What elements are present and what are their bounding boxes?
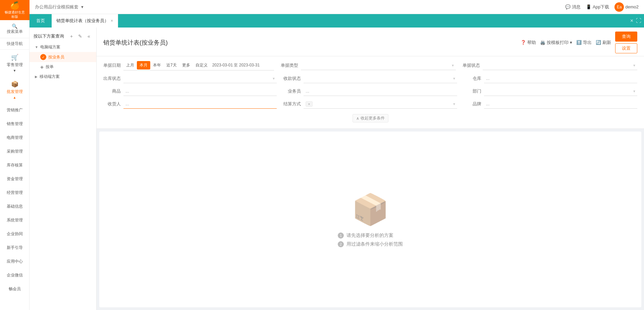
collapse-btn[interactable]: ∧ 收起更多条件 [353,114,388,122]
tab-home-label: 首页 [36,18,45,24]
data-area: 📦 1 请先选择要分析的方案 2 用过滤条件来缩小分析范围 [99,132,641,307]
sidebar-item-member[interactable]: 畅会员 [0,282,29,296]
app-logo[interactable]: 🍊 畅捷通好生意 标版 [0,0,30,20]
settlement-arrow: ▾ [453,102,455,106]
receiptstatus-control[interactable]: ▾ [304,74,457,83]
date-btn-thismonth[interactable]: 本月 [137,61,150,69]
docstatus-control[interactable]: ▾ [483,61,637,70]
window-max-btn[interactable]: ⛶ [636,18,641,24]
logo-icon: 🍊 [10,1,19,10]
left-panel-title: 按以下方案查询 [34,33,64,39]
tree-item-byorder[interactable]: ◈ 按单 [30,62,96,72]
ecommerce-label: 电商管理 [7,135,23,141]
app-download-btn[interactable]: 📱 App下载 [586,4,609,10]
sidebar-item-marketing[interactable]: 营销推广 [0,103,29,117]
consignee-control[interactable]: ... [123,99,277,109]
brand-placeholder: ... [486,101,635,106]
main-area: 办公用品行业模拟账套 ▾ 💬 消息 📱 App下载 Ea demo2 首页 销货… [30,0,644,310]
goods-control[interactable]: ... [123,87,277,96]
retail-label: 零售管理 [7,62,23,68]
quick-nav[interactable]: 快捷导航 [0,38,29,50]
edit-icon: ✎ [78,34,82,39]
selected-icon: ✓ [40,54,46,60]
tab-close-icon[interactable]: × [111,18,113,23]
window-close-btn[interactable]: × [630,18,633,24]
tree-item-desktop[interactable]: ▼ 电脑端方案 [30,42,96,52]
date-btn-custom[interactable]: 自定义 [193,61,210,69]
salesperson-placeholder: ... [306,89,455,94]
message-label: 消息 [572,4,581,10]
outstatus-control[interactable]: ▾ [123,74,277,83]
right-panel: 销货单统计表(按业务员) ❓ 帮助 🖨️ 按模板打印 ▾ ⬆️ 导出 [97,28,644,310]
tree-item-salesperson[interactable]: ✓ 按业务员 [30,52,96,62]
edit-scheme-btn[interactable]: ✎ [77,33,84,40]
marketing-label: 营销推广 [7,107,23,113]
add-scheme-btn[interactable]: + [68,33,75,40]
tab-sales-stat-label: 销货单统计表（按业务员） [56,18,109,24]
date-filter-control[interactable]: 上月 本月 本年 近7天 更多 自定义 2023-03-01 至 2023-03… [123,60,274,70]
page-title: 销货单统计表(按业务员) [103,39,168,47]
date-label: 单据日期 [103,62,123,68]
salesperson-control[interactable]: ... [304,87,457,96]
export-label: 导出 [583,40,592,46]
goods-placeholder: ... [125,89,275,94]
user-menu[interactable]: Ea demo2 [614,2,639,12]
dropdown-arrow-icon: ▾ [81,4,84,9]
warehouse-placeholder: ... [486,76,635,81]
settlement-control[interactable]: × ▾ [304,99,457,109]
sidebar: 🍊 畅捷通好生意 标版 🔍 搜索菜单 快捷导航 🛒 零售管理 ▼ 📦 批发管理 … [0,0,30,310]
department-control[interactable]: ▾ [484,87,637,96]
add-icon: + [70,34,73,39]
empty-steps: 1 请先选择要分析的方案 2 用过滤条件来缩小分析范围 [338,232,403,247]
sidebar-item-purchase[interactable]: 采购管理 [0,145,29,158]
sidebar-item-retail[interactable]: 🛒 零售管理 ▼ [0,50,29,76]
sidebar-item-newuser[interactable]: 新手引导 [0,241,29,255]
sidebar-item-enterprise[interactable]: 企业协同 [0,227,29,241]
sidebar-item-appcenter[interactable]: 应用中心 [0,255,29,268]
refresh-label: 刷新 [602,40,611,46]
left-panel-header: 按以下方案查询 + ✎ « [30,30,96,42]
date-btn-lastmonth[interactable]: 上月 [123,61,137,69]
help-btn[interactable]: ❓ 帮助 [521,40,536,46]
sidebar-item-basic[interactable]: 基础信息 [0,200,29,213]
message-btn[interactable]: 💬 消息 [565,4,581,10]
collapse-panel-btn[interactable]: « [86,33,92,40]
step1-text: 请先选择要分析的方案 [346,232,393,239]
doctype-control[interactable]: ▾ [301,61,455,70]
sidebar-item-operations[interactable]: 经营管理 [0,186,29,200]
warehouse-control[interactable]: ... [484,74,637,83]
print-btn[interactable]: 🖨️ 按模板打印 ▾ [540,40,572,46]
app-download-label: App下载 [593,4,609,10]
brand-control[interactable]: ... [484,99,637,109]
refresh-btn[interactable]: 🔄 刷新 [596,40,611,46]
sidebar-item-system[interactable]: 系统管理 [0,213,29,227]
receiptstatus-arrow: ▾ [453,76,455,81]
message-icon: 💬 [565,4,571,9]
query-button[interactable]: 查询 [615,32,637,42]
sidebar-item-inventory[interactable]: 库存核算 [0,158,29,172]
settlement-tag-close[interactable]: × [308,102,310,106]
export-btn[interactable]: ⬆️ 导出 [576,40,592,46]
sidebar-item-sales[interactable]: 销售管理 [0,117,29,131]
app-name: 办公用品行业模拟账套 [35,4,78,10]
date-btn-7days[interactable]: 近7天 [164,61,179,69]
sidebar-item-wholesale[interactable]: 📦 批发管理 ▲ [0,76,29,103]
date-btn-thisyear[interactable]: 本年 [150,61,164,69]
docstatus-label: 单据状态 [463,62,483,68]
consignee-placeholder: ... [125,101,275,106]
app-dropdown[interactable]: 办公用品行业模拟账套 ▾ [35,4,84,10]
date-btn-more[interactable]: 更多 [179,61,193,69]
tree-item-mobile[interactable]: ▶ 移动端方案 [30,72,96,82]
tab-sales-stat[interactable]: 销货单统计表（按业务员） × [52,14,118,28]
quicknav-label: 快捷导航 [0,41,29,47]
settings-button[interactable]: 设置 [615,43,637,53]
sidebar-item-finance[interactable]: 资金管理 [0,172,29,186]
search-menu[interactable]: 🔍 搜索菜单 [0,20,29,38]
tree-arrow-desktop: ▼ [35,45,38,49]
sidebar-item-ecommerce[interactable]: 电商管理 [0,131,29,145]
newuser-label: 新手引导 [7,245,23,251]
sidebar-item-wechat[interactable]: 企业微信 [0,268,29,282]
content-area: 按以下方案查询 + ✎ « ▼ 电脑端方案 [30,28,644,310]
tab-home[interactable]: 首页 [30,14,52,28]
empty-state: 📦 1 请先选择要分析的方案 2 用过滤条件来缩小分析范围 [338,192,403,247]
